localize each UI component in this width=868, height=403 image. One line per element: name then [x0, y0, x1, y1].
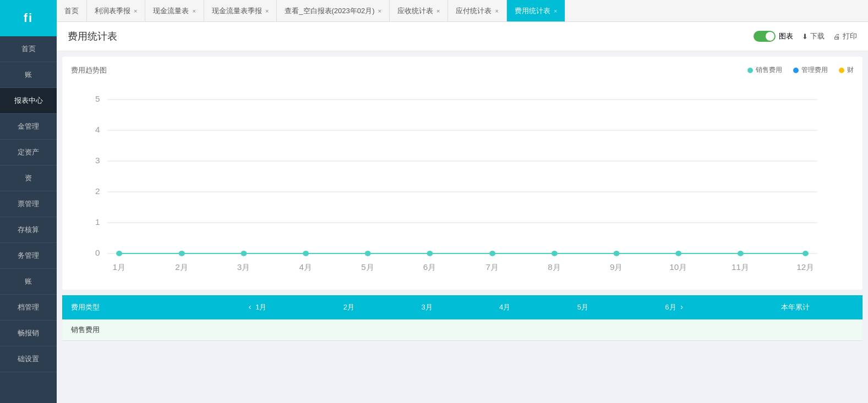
close-tab-expense[interactable]: × [554, 8, 557, 14]
tab-expense[interactable]: 费用统计表 × [507, 0, 565, 22]
legend-finance: 财 [839, 65, 854, 75]
col-month3: 3月 [388, 295, 466, 319]
svg-point-32 [614, 251, 620, 256]
chart-title: 费用趋势图 [71, 65, 107, 75]
chart-toggle-label: 图表 [779, 31, 793, 41]
svg-text:5: 5 [95, 95, 100, 103]
close-tab-profit[interactable]: × [134, 8, 137, 14]
download-icon: ⬇ [802, 32, 808, 41]
sidebar-item-ledger[interactable]: 账 [0, 269, 57, 295]
tab-blank-report[interactable]: 查看_空白报表(2023年02月) × [277, 0, 390, 22]
sidebar-logo: fi [0, 0, 57, 36]
svg-text:4: 4 [95, 126, 100, 134]
col-type: 费用类型 [62, 295, 203, 319]
col-month1: ‹ 1月 [203, 295, 310, 319]
tab-cashflow-quarterly[interactable]: 现金流量表季报 × [204, 0, 277, 22]
sidebar-item-settings[interactable]: 础设置 [0, 346, 57, 372]
chart-top-bar: 费用趋势图 销售费用 管理费用 财 [71, 65, 854, 81]
tab-home[interactable]: 首页 [57, 0, 87, 22]
sidebar-item-invoice[interactable]: 票管理 [0, 191, 57, 217]
expense-table: 费用类型 ‹ 1月 2月 3月 4月 [62, 295, 862, 341]
legend-dot-admin [793, 68, 799, 73]
row-type-label: 销售费用 [62, 319, 203, 340]
tab-receivable[interactable]: 应收统计表 × [390, 0, 448, 22]
sidebar-item-service[interactable]: 务管理 [0, 243, 57, 269]
svg-point-34 [738, 251, 744, 256]
sidebar-item-inventory[interactable]: 存核算 [0, 217, 57, 243]
table-row: 销售费用 [62, 319, 862, 340]
close-tab-payable[interactable]: × [495, 8, 498, 14]
tab-payable[interactable]: 应付统计表 × [448, 0, 506, 22]
page-header: 费用统计表 图表 ⬇ 下载 🖨 打印 [57, 22, 868, 51]
svg-text:9月: 9月 [610, 263, 623, 272]
svg-text:2: 2 [95, 187, 100, 196]
close-tab-receivable[interactable]: × [436, 8, 440, 14]
row-val-1 [203, 319, 310, 340]
next-month-arrow[interactable]: › [678, 302, 685, 311]
svg-point-25 [179, 251, 185, 256]
header-actions: 图表 ⬇ 下载 🖨 打印 [754, 31, 857, 42]
legend-dot-finance [839, 68, 844, 73]
sidebar-item-assets[interactable]: 定资产 [0, 140, 57, 165]
svg-text:4月: 4月 [299, 263, 313, 272]
sidebar-item-expense[interactable]: 畅报销 [0, 321, 57, 346]
svg-point-24 [116, 251, 122, 256]
svg-text:3: 3 [95, 157, 100, 165]
row-val-5 [544, 319, 622, 340]
sidebar-item-reports[interactable]: 报表中心 [0, 88, 57, 114]
sidebar-item-archive[interactable]: 档管理 [0, 295, 57, 321]
svg-text:11月: 11月 [731, 263, 750, 272]
svg-text:2月: 2月 [175, 263, 188, 272]
tab-bar: 首页 利润表季报 × 现金流量表 × 现金流量表季报 × 查看_空白报表(202… [57, 0, 868, 22]
svg-point-29 [427, 251, 433, 256]
tab-cashflow[interactable]: 现金流量表 × [145, 0, 204, 22]
legend-admin: 管理费用 [793, 65, 828, 75]
sidebar: fi 首页 账 报表中心 金管理 定资产 资 票管理 存核算 务管理 账 档管理… [0, 0, 57, 403]
svg-point-31 [552, 251, 558, 256]
sidebar-item-cash[interactable]: 金管理 [0, 114, 57, 140]
main-area: 首页 利润表季报 × 现金流量表 × 现金流量表季报 × 查看_空白报表(202… [57, 0, 868, 403]
svg-text:5月: 5月 [361, 263, 374, 272]
table-section: 费用类型 ‹ 1月 2月 3月 4月 [62, 295, 862, 341]
svg-text:10月: 10月 [669, 263, 687, 272]
svg-text:12月: 12月 [796, 263, 815, 272]
print-icon: 🖨 [833, 32, 840, 41]
svg-text:1: 1 [95, 218, 100, 227]
chart-toggle[interactable] [754, 31, 776, 42]
svg-point-30 [489, 251, 495, 256]
svg-text:8月: 8月 [548, 263, 561, 272]
legend-sales: 销售费用 [747, 65, 782, 75]
col-month6: 6月 › [622, 295, 729, 319]
svg-text:6月: 6月 [423, 263, 436, 272]
trend-chart: 5 4 3 2 1 0 1月 2月 3月 4月 5月 6月 7月 8月 9月 1… [71, 83, 854, 281]
tab-profit[interactable]: 利润表季报 × [87, 0, 145, 22]
page-title: 费用统计表 [68, 30, 117, 43]
col-month4: 4月 [466, 295, 544, 319]
row-val-2 [310, 319, 388, 340]
sidebar-item-capital[interactable]: 资 [0, 165, 57, 191]
legend-dot-sales [747, 68, 753, 73]
svg-point-35 [803, 251, 809, 256]
svg-text:3月: 3月 [237, 263, 250, 272]
prev-month-arrow[interactable]: ‹ [247, 302, 254, 311]
svg-point-28 [365, 251, 371, 256]
col-month2: 2月 [310, 295, 388, 319]
svg-text:7月: 7月 [486, 263, 499, 272]
svg-point-33 [675, 251, 681, 256]
row-val-3 [388, 319, 466, 340]
svg-point-26 [241, 251, 247, 256]
close-tab-cashflow[interactable]: × [192, 8, 195, 14]
sidebar-item-account[interactable]: 账 [0, 62, 57, 88]
download-button[interactable]: ⬇ 下载 [802, 31, 825, 41]
row-val-4 [466, 319, 544, 340]
col-month5: 5月 [544, 295, 622, 319]
chart-section: 费用趋势图 销售费用 管理费用 财 [62, 57, 862, 290]
close-tab-cashflow-quarterly[interactable]: × [265, 8, 269, 14]
content-area: 费用统计表 图表 ⬇ 下载 🖨 打印 费用趋势图 [57, 22, 868, 403]
svg-text:0: 0 [95, 249, 100, 257]
row-val-6 [622, 319, 729, 340]
close-tab-blank-report[interactable]: × [378, 8, 381, 14]
sidebar-item-home[interactable]: 首页 [0, 36, 57, 62]
svg-point-27 [303, 251, 309, 256]
print-button[interactable]: 🖨 打印 [833, 31, 857, 41]
